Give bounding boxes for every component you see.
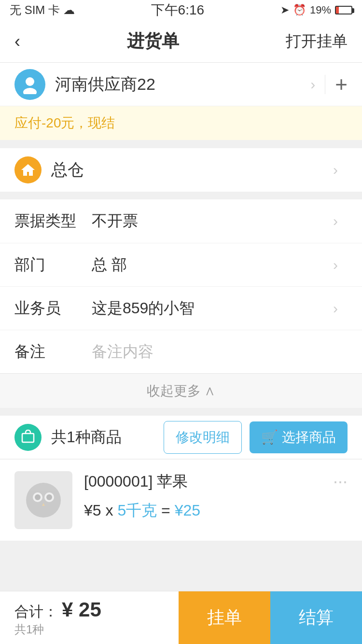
form-section: 票据类型 不开票 › 部门 总 部 › 业务员 这是859的小智 › 备注 备注… xyxy=(0,199,362,408)
invoice-chevron-icon: › xyxy=(333,213,338,229)
warehouse-icon xyxy=(14,156,42,183)
dept-value: 总 部 xyxy=(92,254,333,276)
dept-label: 部门 xyxy=(14,254,92,276)
svg-point-0 xyxy=(26,77,34,86)
dept-row[interactable]: 部门 总 部 › xyxy=(0,243,362,286)
sim-status: 无 SIM 卡 ☁ xyxy=(10,2,75,18)
status-left: 无 SIM 卡 ☁ xyxy=(10,2,75,18)
product-info: [0000001] 苹果 ¥5 x 5千克 = ¥25 xyxy=(84,471,325,521)
open-pending-button[interactable]: 打开挂单 xyxy=(286,31,348,52)
remark-input[interactable]: 备注内容 xyxy=(92,341,348,363)
total-count: 共1种 xyxy=(14,622,164,637)
checkout-button[interactable]: 结算 xyxy=(270,591,362,644)
back-button[interactable]: ‹ xyxy=(14,31,20,52)
supplier-avatar xyxy=(14,69,45,100)
product-name: [0000001] 苹果 xyxy=(84,471,325,492)
total-section: 合计： ¥ 25 共1种 xyxy=(0,598,179,637)
product-code: [0000001] xyxy=(84,473,153,490)
dept-chevron-icon: › xyxy=(333,257,338,273)
notice-bar: 应付-20元，现结 xyxy=(0,106,362,140)
svg-point-3 xyxy=(26,483,61,518)
edit-detail-button[interactable]: 修改明细 xyxy=(164,421,242,454)
sales-value: 这是859的小智 xyxy=(92,298,333,319)
total-text: 合计： xyxy=(14,602,58,622)
main-content: 河南供应商22 › + 应付-20元，现结 总仓 › 票据类型 不开票 › 部门… xyxy=(0,63,362,602)
warehouse-name: 总仓 xyxy=(51,159,333,181)
remark-label: 备注 xyxy=(14,341,92,363)
products-count: 共1种商品 xyxy=(51,427,164,448)
svg-point-6 xyxy=(35,494,41,500)
warehouse-chevron-icon: › xyxy=(333,162,338,178)
total-label: 合计： ¥ 25 xyxy=(14,598,164,622)
collapse-button[interactable]: 收起更多 ∧ xyxy=(0,373,362,408)
warehouse-section: 总仓 › xyxy=(0,148,362,192)
svg-rect-2 xyxy=(22,434,34,442)
equals-sign: = xyxy=(161,502,175,519)
alarm-icon: ⏰ xyxy=(293,4,306,16)
status-bar: 无 SIM 卡 ☁ 下午6:16 ➤ ⏰ 19% xyxy=(0,0,362,20)
chevron-right-icon: › xyxy=(310,76,315,93)
multiply-sign: x xyxy=(105,502,117,519)
hang-button[interactable]: 挂单 xyxy=(179,591,270,644)
divider xyxy=(325,75,325,94)
products-header: 共1种商品 修改明细 🛒 选择商品 xyxy=(0,416,362,459)
total-amount: ¥ 25 xyxy=(62,598,101,621)
person-icon xyxy=(20,75,40,94)
nav-bar: ‹ 进货单 打开挂单 xyxy=(0,20,362,63)
remark-row[interactable]: 备注 备注内容 xyxy=(0,330,362,373)
bottom-bar: 合计： ¥ 25 共1种 挂单 结算 xyxy=(0,591,362,644)
sales-chevron-icon: › xyxy=(333,300,338,317)
page-title: 进货单 xyxy=(127,29,179,53)
select-product-button[interactable]: 🛒 选择商品 xyxy=(250,421,348,453)
invoice-value: 不开票 xyxy=(92,210,333,232)
battery-text: 19% xyxy=(310,4,331,16)
location-icon: ➤ xyxy=(280,4,289,16)
owl-logo-icon xyxy=(24,481,63,519)
product-price-row: ¥5 x 5千克 = ¥25 xyxy=(84,500,325,521)
product-total: ¥25 xyxy=(175,502,200,519)
products-section: 共1种商品 修改明细 🛒 选择商品 xyxy=(0,416,362,541)
svg-point-1 xyxy=(23,88,37,94)
products-icon xyxy=(14,424,42,451)
select-product-label: 选择商品 xyxy=(282,428,336,447)
supplier-name: 河南供应商22 xyxy=(55,73,310,96)
select-product-icon: 🛒 xyxy=(261,429,278,445)
supplier-row[interactable]: 河南供应商22 › + xyxy=(0,63,362,106)
invoice-row[interactable]: 票据类型 不开票 › xyxy=(0,199,362,243)
product-more-button[interactable]: ··· xyxy=(333,471,348,491)
product-title: 苹果 xyxy=(157,473,188,490)
sales-label: 业务员 xyxy=(14,298,92,319)
cart-icon xyxy=(20,430,36,445)
supplier-section: 河南供应商22 › + 应付-20元，现结 xyxy=(0,63,362,140)
invoice-label: 票据类型 xyxy=(14,210,92,232)
battery-icon xyxy=(335,6,352,14)
warehouse-row[interactable]: 总仓 › xyxy=(0,148,362,192)
product-thumbnail xyxy=(14,471,72,529)
product-item: [0000001] 苹果 ¥5 x 5千克 = ¥25 ··· xyxy=(0,459,362,541)
home-icon xyxy=(20,162,36,178)
svg-point-7 xyxy=(46,494,52,500)
status-right: ➤ ⏰ 19% xyxy=(280,4,352,16)
sales-row[interactable]: 业务员 这是859的小智 › xyxy=(0,286,362,330)
product-unit-price: ¥5 xyxy=(84,502,101,519)
add-supplier-button[interactable]: + xyxy=(335,74,348,95)
product-qty: 5千克 xyxy=(117,502,157,519)
status-time: 下午6:16 xyxy=(151,1,205,19)
